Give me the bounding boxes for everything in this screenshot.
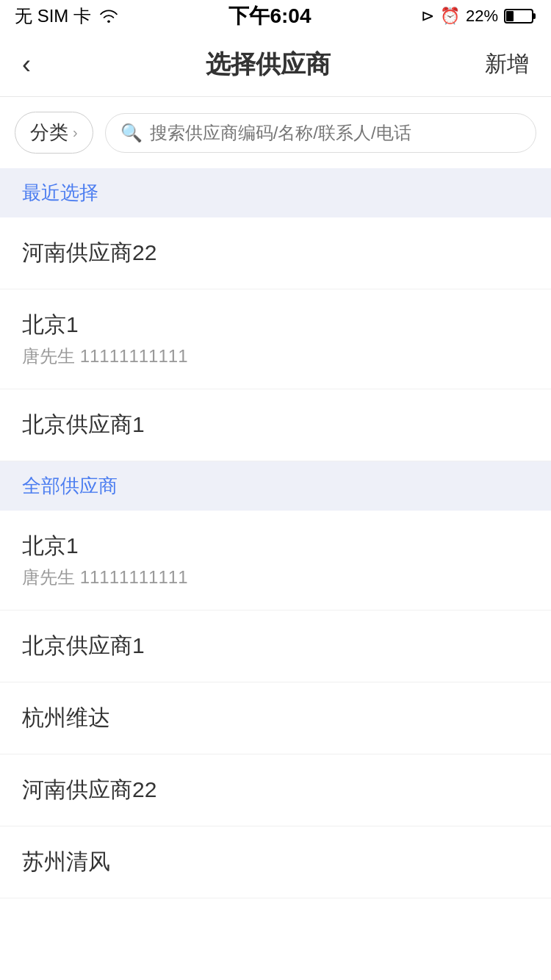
- list-item[interactable]: 北京供应商1: [0, 610, 551, 682]
- chevron-right-icon: ›: [73, 124, 78, 141]
- page-title: 选择供应商: [206, 48, 331, 82]
- item-contact: 唐先生 11111111111: [22, 345, 529, 368]
- svg-rect-2: [533, 13, 536, 19]
- sections-container: 最近选择河南供应商22北京1唐先生 11111111111北京供应商1全部供应商…: [0, 168, 551, 898]
- section-header-recent: 最近选择: [0, 168, 551, 217]
- list-item[interactable]: 北京1唐先生 11111111111: [0, 289, 551, 389]
- list-item[interactable]: 河南供应商22: [0, 754, 551, 826]
- section-header-label-all: 全部供应商: [22, 475, 118, 497]
- status-time: 下午6:04: [228, 2, 311, 30]
- battery-percentage: 22%: [466, 7, 498, 26]
- list-item[interactable]: 杭州维达: [0, 682, 551, 754]
- alarm-icon: ⏰: [440, 7, 460, 26]
- add-button[interactable]: 新增: [470, 49, 529, 79]
- list-item[interactable]: 北京1唐先生 11111111111: [0, 511, 551, 610]
- item-contact: 唐先生 11111111111: [22, 566, 529, 589]
- location-icon: ⊳: [421, 7, 434, 26]
- item-name: 河南供应商22: [22, 238, 529, 268]
- section-header-all: 全部供应商: [0, 461, 551, 511]
- status-left: 无 SIM 卡: [15, 4, 119, 28]
- item-name: 北京1: [22, 531, 529, 561]
- search-icon: 🔍: [120, 123, 143, 143]
- sim-status: 无 SIM 卡: [15, 4, 91, 28]
- search-bar[interactable]: 🔍: [105, 113, 536, 153]
- svg-rect-1: [506, 11, 514, 21]
- battery-icon: [504, 8, 536, 24]
- item-name: 北京供应商1: [22, 631, 529, 661]
- list-item[interactable]: 北京供应商1: [0, 389, 551, 461]
- item-name: 北京1: [22, 310, 529, 340]
- back-button[interactable]: ‹: [22, 49, 66, 80]
- category-filter-button[interactable]: 分类 ›: [15, 112, 93, 154]
- search-input[interactable]: [150, 123, 521, 143]
- status-right: ⊳ ⏰ 22%: [421, 7, 536, 26]
- item-name: 杭州维达: [22, 703, 529, 733]
- list-item[interactable]: 苏州清风: [0, 826, 551, 898]
- item-name: 北京供应商1: [22, 410, 529, 440]
- wifi-icon: [98, 9, 119, 24]
- item-name: 苏州清风: [22, 847, 529, 877]
- nav-bar: ‹ 选择供应商 新增: [0, 32, 551, 97]
- category-label: 分类: [30, 120, 68, 145]
- section-header-label-recent: 最近选择: [22, 181, 98, 203]
- list-item[interactable]: 河南供应商22: [0, 217, 551, 289]
- status-bar: 无 SIM 卡 下午6:04 ⊳ ⏰ 22%: [0, 0, 551, 32]
- filter-bar: 分类 › 🔍: [0, 97, 551, 168]
- item-name: 河南供应商22: [22, 775, 529, 805]
